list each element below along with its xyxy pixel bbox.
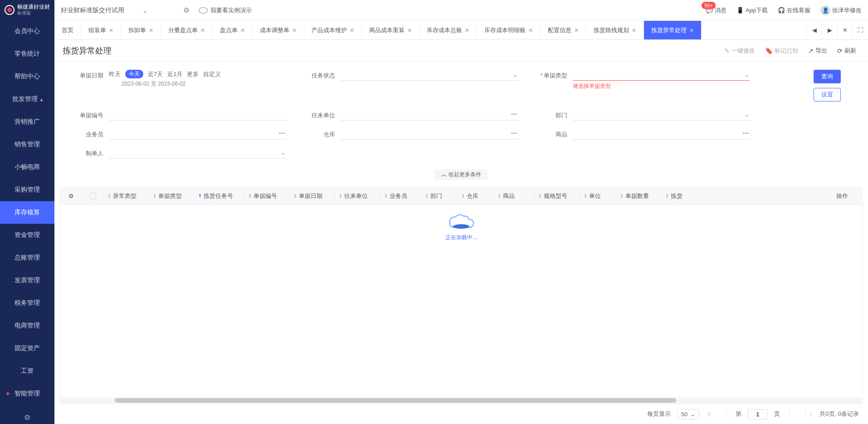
sidebar-item[interactable]: 智能管理 (0, 382, 54, 405)
demo-link[interactable]: 我要看实例演示 (199, 6, 252, 14)
column-header[interactable]: ▲▼拣货 (662, 188, 689, 204)
close-icon[interactable]: ✕ (528, 27, 533, 34)
tab-scroll-right[interactable]: ▶ (822, 21, 837, 39)
dept-select[interactable] (573, 110, 750, 120)
product-selector[interactable]: 好业财标准版交付试用 ⌄ (61, 6, 174, 14)
tab[interactable]: 拣货路线规划✕ (586, 21, 644, 39)
sidebar-item[interactable]: 零售统计 (0, 43, 54, 65)
column-header[interactable]: ▲▼商品 (494, 188, 535, 204)
partner-input[interactable] (341, 110, 518, 120)
sidebar-item[interactable]: 帮助中心 (0, 65, 54, 88)
close-icon[interactable]: ✕ (689, 27, 694, 34)
tab[interactable]: 库存成本总账✕ (419, 21, 477, 39)
user-menu[interactable]: 👤 徐泽华修改 (820, 5, 862, 15)
column-header[interactable]: ▲▼单据日期 (290, 188, 335, 204)
first-page-button[interactable]: K (706, 411, 713, 418)
close-icon[interactable]: ✕ (350, 27, 354, 34)
tab[interactable]: 配置信息✕ (541, 21, 586, 39)
column-header[interactable]: ▲▼部门 (421, 188, 458, 204)
horizontal-scrollbar[interactable] (60, 397, 862, 404)
more-icon[interactable]: ⋯ (511, 111, 517, 117)
column-header[interactable]: ▲▼规格型号 (535, 188, 580, 204)
sidebar-item[interactable]: 经营管理 (0, 405, 54, 410)
sidebar-item[interactable]: 销售管理 (0, 133, 54, 156)
more-icon[interactable]: ⋯ (743, 130, 749, 136)
creator-select[interactable] (109, 148, 286, 159)
sidebar-item[interactable]: 固定资产 (0, 337, 54, 360)
column-header[interactable]: ▲▼往来单位 (335, 188, 380, 204)
sidebar-item[interactable]: 会员中心 (0, 20, 54, 43)
tab[interactable]: 分量盘点单✕ (161, 21, 213, 39)
export-button[interactable]: ↗ 导出 (805, 45, 831, 57)
doc-type-select[interactable] (573, 70, 750, 81)
next-page-button[interactable]: 〉 (786, 410, 796, 418)
doc-no-input[interactable] (109, 110, 286, 120)
tab[interactable]: 拣货异常处理✕ (644, 21, 702, 39)
sidebar-item[interactable]: 批发管理 (0, 88, 54, 111)
date-shortcut[interactable]: 今天 (125, 70, 143, 78)
column-header[interactable]: ▲▼单位 (580, 188, 616, 204)
date-shortcut[interactable]: 昨天 (109, 70, 121, 78)
column-header[interactable]: ▲▼单据类型 (149, 188, 195, 204)
sidebar-item[interactable]: 营销推广 (0, 111, 54, 133)
more-icon[interactable]: ⋯ (279, 130, 285, 136)
app-download-button[interactable]: 📱 App下载 (736, 6, 768, 14)
sidebar-item[interactable]: 发票管理 (0, 269, 54, 292)
more-icon[interactable]: ⋯ (511, 130, 517, 136)
sidebar-item[interactable]: 电商管理 (0, 314, 54, 337)
column-header[interactable]: ▲▼异常类型 (104, 188, 149, 204)
collapse-filters-button[interactable]: ︽ 收起更多条件 (435, 169, 488, 180)
product-input[interactable] (573, 129, 750, 140)
column-header[interactable]: ▲▼仓库 (458, 188, 494, 204)
tab-scroll-left[interactable]: ◀ (806, 21, 822, 39)
tab-close-all[interactable]: ✕ (837, 21, 853, 39)
task-status-select[interactable] (341, 70, 518, 81)
column-header[interactable]: ▲▼业务员 (380, 188, 421, 204)
prev-page-button[interactable]: 〈 (720, 410, 729, 418)
salesman-input[interactable] (109, 129, 286, 140)
tab[interactable]: 商品成本重算✕ (362, 21, 419, 39)
tab[interactable]: 产品成本维护✕ (304, 21, 362, 39)
close-icon[interactable]: ✕ (200, 27, 205, 34)
page-size-select[interactable]: 50 ⌄ (677, 409, 699, 419)
column-settings-button[interactable]: ⚙ (60, 188, 82, 204)
online-service-button[interactable]: 🎧 在线客服 (778, 6, 810, 14)
date-shortcut[interactable]: 更多 (187, 70, 199, 78)
close-icon[interactable]: ✕ (240, 27, 245, 34)
top-settings-icon[interactable]: ⚙ (183, 6, 190, 14)
sidebar-item[interactable]: 税务管理 (0, 292, 54, 314)
tab[interactable]: 盘点单✕ (213, 21, 253, 39)
close-icon[interactable]: ✕ (407, 27, 412, 34)
column-header[interactable]: ▲▼拣货任务号 (195, 188, 244, 204)
sidebar-item[interactable]: 总账管理 (0, 246, 54, 269)
close-icon[interactable]: ✕ (574, 27, 579, 34)
close-icon[interactable]: ✕ (632, 27, 636, 34)
date-shortcut[interactable]: 自定义 (203, 70, 221, 78)
column-header[interactable]: ▲▼单据编号 (244, 188, 290, 204)
date-shortcut[interactable]: 近1月 (167, 70, 182, 78)
column-header[interactable]: ▲▼单据数量 (616, 188, 662, 204)
close-icon[interactable]: ✕ (149, 27, 153, 34)
tab[interactable]: 首页 (54, 21, 81, 39)
sidebar-item[interactable]: 工资 (0, 360, 54, 382)
last-page-button[interactable]: 〉| (802, 410, 813, 418)
refresh-button[interactable]: ⟳ 刷新 (834, 45, 860, 57)
settings-gear-icon[interactable]: ⚙ (24, 413, 30, 422)
sidebar-item[interactable]: 小畅电商 (0, 156, 54, 178)
sidebar-item[interactable]: 采购管理 (0, 178, 54, 201)
messages-button[interactable]: 💬 消息 99+ (706, 6, 727, 14)
page-number-input[interactable] (748, 409, 768, 419)
select-all-checkbox[interactable] (82, 188, 104, 204)
sidebar-item[interactable]: 资金管理 (0, 224, 54, 246)
fullscreen-button[interactable]: ⛶ (853, 21, 868, 39)
setting-button[interactable]: 设置 (814, 88, 841, 101)
tab[interactable]: 库存成本明细账✕ (477, 21, 541, 39)
query-button[interactable]: 查询 (814, 70, 841, 83)
tab[interactable]: 拆卸单✕ (121, 21, 161, 39)
tab[interactable]: 组装单✕ (81, 21, 121, 39)
tab[interactable]: 成本调整单✕ (253, 21, 304, 39)
close-icon[interactable]: ✕ (465, 27, 469, 34)
close-icon[interactable]: ✕ (109, 27, 113, 34)
date-shortcut[interactable]: 近7天 (148, 70, 163, 78)
close-icon[interactable]: ✕ (292, 27, 297, 34)
